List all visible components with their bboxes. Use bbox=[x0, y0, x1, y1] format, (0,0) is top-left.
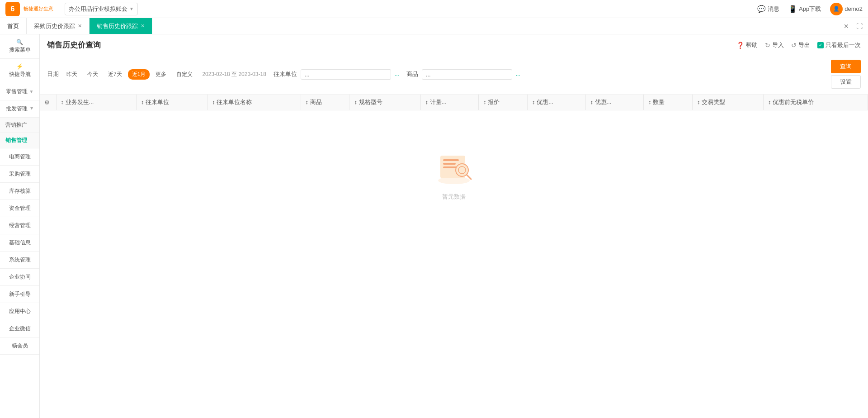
col-product[interactable]: ↕ 商品 bbox=[301, 95, 349, 110]
import-btn[interactable]: ↻ 导入 bbox=[765, 41, 784, 49]
date-btn-7days[interactable]: 近7天 bbox=[104, 69, 126, 80]
sidebar-item-app-center[interactable]: 应用中心 bbox=[0, 303, 39, 320]
col-discount1-label: ↕ 优惠... bbox=[532, 99, 553, 105]
avatar: 👤 bbox=[830, 3, 843, 15]
col-partner-code[interactable]: ↕ 往来单位 bbox=[137, 95, 208, 110]
sidebar-item-enterprise-collab[interactable]: 企业协同 bbox=[0, 269, 39, 286]
col-discount2[interactable]: ↕ 优惠... bbox=[585, 95, 643, 110]
date-filter-group: 日期 昨天 今天 近7天 近1月 更多 自定义 2023-02-18 至 202… bbox=[47, 69, 266, 80]
col-quantity-label: ↕ 数量 bbox=[648, 99, 665, 105]
tab-sales-history[interactable]: 销售历史价跟踪 ✕ bbox=[90, 18, 152, 34]
date-btn-custom[interactable]: 自定义 bbox=[172, 69, 197, 80]
col-quantity[interactable]: ↕ 数量 bbox=[643, 95, 692, 110]
col-discount2-label: ↕ 优惠... bbox=[590, 99, 612, 105]
import-icon: ↻ bbox=[765, 42, 770, 49]
col-trade-type-label: ↕ 交易类型 bbox=[697, 99, 725, 105]
date-btn-1month[interactable]: 近1月 bbox=[128, 69, 150, 80]
chevron-retail-icon: ▼ bbox=[29, 89, 34, 94]
sidebar-item-enterprise-wechat[interactable]: 企业微信 bbox=[0, 320, 39, 337]
col-partner-name[interactable]: ↕ 往来单位名称 bbox=[208, 95, 301, 110]
tab-spacer bbox=[152, 18, 838, 34]
svg-rect-4 bbox=[443, 166, 458, 168]
product-filter-label: 商品 bbox=[406, 70, 418, 78]
col-product-label: ↕ 商品 bbox=[306, 99, 322, 105]
export-btn[interactable]: ↺ 导出 bbox=[791, 41, 810, 49]
page-header: 销售历史价查询 ❓ 帮助 ↻ 导入 ↺ 导出 ✓ bbox=[40, 34, 868, 54]
date-filter-label: 日期 bbox=[47, 70, 59, 78]
col-spec[interactable]: ↕ 规格型号 bbox=[349, 95, 420, 110]
settings-btn[interactable]: 设置 bbox=[831, 75, 861, 89]
close-all-tabs-btn[interactable]: ✕ bbox=[842, 22, 851, 31]
col-price[interactable]: ↕ 报价 bbox=[479, 95, 528, 110]
sidebar-item-enterprise-wechat-label: 企业微信 bbox=[9, 325, 31, 332]
sidebar-item-wholesale-mgmt[interactable]: 批发管理 ▲ bbox=[0, 100, 39, 118]
sidebar-item-finance-mgmt[interactable]: 资金管理 bbox=[0, 200, 39, 217]
sidebar-item-ops-mgmt-label: 经营管理 bbox=[9, 222, 31, 229]
date-btn-more[interactable]: 更多 bbox=[151, 69, 170, 80]
app-download-btn[interactable]: 📱 App下载 bbox=[788, 5, 821, 13]
col-pre-tax-price[interactable]: ↕ 优惠前无税单价 bbox=[764, 95, 868, 110]
empty-icon bbox=[431, 147, 476, 187]
sidebar-item-ops-mgmt[interactable]: 经营管理 bbox=[0, 217, 39, 234]
product-input[interactable] bbox=[422, 69, 512, 80]
page-actions: ❓ 帮助 ↻ 导入 ↺ 导出 ✓ 只看最后一次 bbox=[736, 41, 861, 49]
sidebar-item-retail-mgmt-label: 零售管理 bbox=[6, 88, 28, 95]
col-pre-tax-price-label: ↕ 优惠前无税单价 bbox=[768, 99, 814, 105]
sidebar-item-search-menu[interactable]: 🔍 搜索菜单 bbox=[0, 34, 39, 59]
svg-line-6 bbox=[467, 175, 471, 179]
close-purchase-tab-icon[interactable]: ✕ bbox=[78, 23, 82, 29]
app-icon: 📱 bbox=[788, 5, 797, 13]
help-icon: ❓ bbox=[736, 42, 744, 49]
date-btn-yesterday[interactable]: 昨天 bbox=[62, 69, 81, 80]
tab-home[interactable]: 首页 bbox=[0, 18, 27, 34]
partner-input[interactable] bbox=[301, 69, 391, 80]
sidebar-item-quick-nav[interactable]: ⚡ 快捷导航 bbox=[0, 59, 39, 83]
query-btn[interactable]: 查询 bbox=[831, 60, 861, 73]
sidebar-item-new-user-guide[interactable]: 新手引导 bbox=[0, 286, 39, 303]
checkbox-checked-icon: ✓ bbox=[817, 42, 824, 48]
sidebar-item-retail-mgmt[interactable]: 零售管理 ▼ bbox=[0, 83, 39, 100]
col-biz-date[interactable]: ↕ 业务发生... bbox=[56, 95, 137, 110]
filter-right: 查询 设置 bbox=[831, 60, 861, 89]
close-sales-tab-icon[interactable]: ✕ bbox=[141, 23, 145, 29]
svg-rect-2 bbox=[443, 159, 459, 161]
maximize-btn[interactable]: ⛶ bbox=[854, 22, 864, 31]
sidebar-item-ecommerce-mgmt-label: 电商管理 bbox=[9, 153, 31, 161]
app-selector[interactable]: 办公用品行业模拟账套 ▼ bbox=[65, 3, 138, 15]
col-discount1[interactable]: ↕ 优惠... bbox=[528, 95, 585, 110]
tab-purchase-history-label: 采购历史价跟踪 bbox=[34, 22, 75, 30]
sidebar-item-marketing-label: 营销推广 bbox=[5, 122, 27, 128]
sidebar-item-ecommerce-mgmt[interactable]: 电商管理 bbox=[0, 148, 39, 166]
sidebar-item-search-menu-label: 搜索菜单 bbox=[9, 46, 31, 54]
col-unit[interactable]: ↕ 计量... bbox=[420, 95, 478, 110]
tab-sales-history-label: 销售历史价跟踪 bbox=[97, 22, 138, 30]
partner-more-link[interactable]: ... bbox=[395, 71, 399, 77]
col-spec-label: ↕ 规格型号 bbox=[354, 99, 382, 105]
chevron-down-icon: ▼ bbox=[129, 6, 134, 11]
logo-area: 6 畅捷通好生意 办公用品行业模拟账套 ▼ bbox=[5, 2, 138, 16]
col-unit-label: ↕ 计量... bbox=[425, 99, 447, 105]
product-more-link[interactable]: ... bbox=[516, 71, 520, 77]
data-table: ⚙ ↕ 业务发生... ↕ 往来单位 ↕ 往来单位名称 bbox=[40, 95, 868, 110]
tab-purchase-history[interactable]: 采购历史价跟踪 ✕ bbox=[27, 18, 90, 34]
col-settings[interactable]: ⚙ bbox=[40, 95, 56, 110]
sidebar-item-sales-mgmt-label: 销售管理 bbox=[5, 137, 27, 143]
sidebar-item-inventory-check[interactable]: 库存核算 bbox=[0, 183, 39, 200]
only-latest-checkbox[interactable]: ✓ 只看最后一次 bbox=[817, 41, 861, 49]
message-btn[interactable]: 💬 消息 bbox=[757, 5, 779, 13]
sidebar-item-system-mgmt[interactable]: 系统管理 bbox=[0, 252, 39, 269]
date-btn-today[interactable]: 今天 bbox=[83, 69, 102, 80]
col-trade-type[interactable]: ↕ 交易类型 bbox=[692, 95, 763, 110]
sidebar-item-marketing[interactable]: 营销推广 bbox=[0, 118, 39, 133]
user-menu-btn[interactable]: 👤 demo2 bbox=[830, 3, 863, 15]
app-selector-label: 办公用品行业模拟账套 bbox=[69, 5, 127, 13]
help-btn[interactable]: ❓ 帮助 bbox=[736, 41, 758, 49]
product-filter-group: 商品 ... bbox=[406, 69, 520, 80]
sidebar-item-basic-info[interactable]: 基础信息 bbox=[0, 234, 39, 252]
content-area: 销售历史价查询 ❓ 帮助 ↻ 导入 ↺ 导出 ✓ bbox=[40, 34, 868, 418]
main-layout: 🔍 搜索菜单 ⚡ 快捷导航 零售管理 ▼ 批发管理 ▲ 营销推广 销售管理 电商… bbox=[0, 34, 868, 418]
svg-rect-3 bbox=[443, 163, 456, 165]
sidebar-item-member[interactable]: 畅会员 bbox=[0, 337, 39, 355]
sidebar-item-purchase-mgmt[interactable]: 采购管理 bbox=[0, 166, 39, 183]
sidebar-item-sales-mgmt[interactable]: 销售管理 bbox=[0, 133, 39, 148]
